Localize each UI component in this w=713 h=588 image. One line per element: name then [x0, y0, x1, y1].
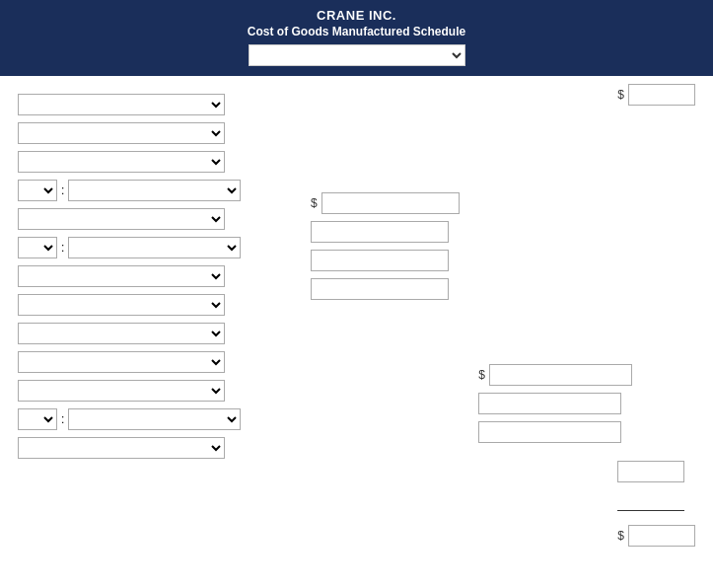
row4-wide-dropdown[interactable] — [68, 180, 241, 201]
bottom-right-col: $ — [617, 461, 695, 547]
right-large-section: $ — [478, 364, 632, 443]
company-name: CRANE INC. — [0, 8, 713, 23]
row2-dropdown[interactable] — [18, 122, 225, 144]
right-large-input-1[interactable] — [489, 364, 632, 386]
right-large-input-3-underline[interactable] — [478, 421, 621, 443]
mid-inputs-section: $ — [311, 192, 460, 300]
top-right-field: $ — [617, 84, 695, 106]
row12-wide-dropdown[interactable] — [68, 408, 241, 430]
row12-colon: : — [61, 412, 64, 426]
main-content: : : — [0, 76, 713, 588]
mid-input-4-underline[interactable] — [311, 278, 449, 300]
mid-dollar-row: $ — [311, 192, 460, 214]
bottom-right-dollar-row: $ — [617, 525, 695, 547]
page-header: CRANE INC. Cost of Goods Manufactured Sc… — [0, 0, 713, 76]
mid-input-2[interactable] — [311, 221, 449, 243]
right-large-dollar-sign: $ — [478, 368, 485, 382]
mid-input-1[interactable] — [321, 192, 460, 214]
bottom-right-underline-input[interactable] — [617, 489, 684, 511]
row6-colon: : — [61, 241, 64, 255]
row10-dropdown[interactable] — [18, 351, 225, 373]
top-right-dollar-sign: $ — [617, 88, 624, 102]
row5-dropdown[interactable] — [18, 208, 225, 230]
row8-dropdown[interactable] — [18, 294, 225, 316]
row7-dropdown[interactable] — [18, 265, 225, 287]
row12-narrow-dropdown[interactable] — [18, 408, 57, 430]
row-3 — [18, 151, 695, 173]
row-2 — [18, 122, 695, 144]
row-1 — [18, 94, 695, 115]
bottom-right-dollar-sign: $ — [617, 529, 624, 543]
row-9 — [18, 323, 695, 344]
page-title: Cost of Goods Manufactured Schedule — [0, 25, 713, 38]
right-large-dollar-row: $ — [478, 364, 632, 386]
row6-narrow-dropdown[interactable] — [18, 237, 57, 258]
bottom-right-input-1[interactable] — [617, 461, 684, 482]
row9-dropdown[interactable] — [18, 323, 225, 344]
row6-wide-dropdown[interactable] — [68, 237, 241, 258]
row13-dropdown[interactable] — [18, 437, 225, 459]
top-right-input[interactable] — [628, 84, 695, 106]
mid-input-3[interactable] — [311, 250, 449, 271]
row4-narrow-dropdown[interactable] — [18, 180, 57, 201]
right-large-input-2[interactable] — [478, 393, 621, 414]
row11-dropdown[interactable] — [18, 380, 225, 402]
row1-dropdown[interactable] — [18, 94, 225, 115]
schedule-dropdown[interactable] — [249, 44, 465, 66]
row4-colon: : — [61, 184, 64, 197]
mid-dollar-sign: $ — [311, 196, 318, 210]
bottom-right-input-2[interactable] — [628, 525, 695, 547]
row3-dropdown[interactable] — [18, 151, 225, 173]
